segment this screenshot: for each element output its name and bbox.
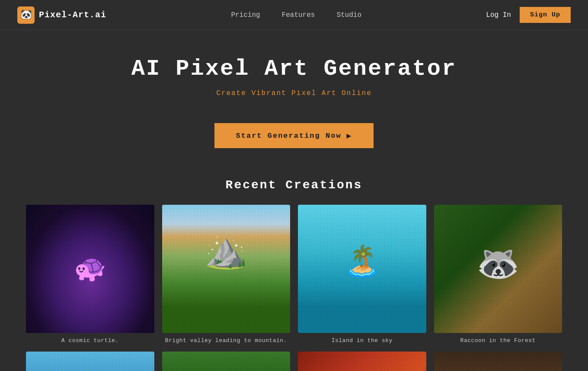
gallery-image-astronaut — [298, 352, 426, 371]
pixel-art-valley — [162, 205, 291, 333]
pixel-art-archway — [434, 352, 562, 371]
nav-links: Pricing Features Studio — [231, 11, 361, 19]
recent-creations-section: Recent Creations A cosmic turtle. Bright… — [0, 165, 588, 371]
gallery-caption-island: Island in the sky — [332, 337, 393, 344]
gallery-image-island — [298, 205, 426, 333]
gallery-image-valley — [162, 205, 291, 333]
gallery-grid: A cosmic turtle. Bright valley leading t… — [26, 205, 562, 371]
gallery-image-beach — [26, 352, 154, 371]
pixel-art-astronaut — [298, 352, 426, 371]
pixel-overlay — [298, 205, 426, 333]
logo-icon: 🐼 — [17, 6, 35, 24]
nav-link-pricing[interactable]: Pricing — [231, 11, 260, 19]
cta-arrow-icon: ▶ — [347, 131, 352, 140]
pixel-overlay — [434, 205, 562, 333]
gallery-item-cosmic-turtle[interactable]: A cosmic turtle. — [26, 205, 154, 344]
pixel-overlay — [26, 205, 154, 333]
gallery-image-raccoon — [434, 205, 562, 333]
gallery-item-island[interactable]: Island in the sky — [298, 205, 426, 344]
gallery-item-valley[interactable]: Bright valley leading to mountain. — [162, 205, 291, 344]
pixel-art-island — [298, 205, 426, 333]
gallery-image-archway — [434, 352, 562, 371]
nav-link-studio[interactable]: Studio — [336, 11, 361, 19]
pixel-art-temple — [162, 352, 291, 371]
hero-section: AI Pixel Art Generator Create Vibrant Pi… — [0, 30, 588, 165]
pixel-overlay — [162, 352, 291, 371]
pixel-overlay — [298, 352, 426, 371]
signup-button[interactable]: Sign Up — [520, 7, 571, 23]
pixel-overlay — [162, 205, 291, 333]
cta-button[interactable]: Start Generating Now ▶ — [214, 123, 374, 148]
hero-subtitle: Create Vibrant Pixel Art Online — [216, 89, 372, 97]
login-button[interactable]: Log In — [486, 11, 511, 19]
nav-auth: Log In Sign Up — [486, 7, 571, 23]
gallery-item-raccoon[interactable]: Raccoon in the Forest — [434, 205, 562, 344]
pixel-art-beach — [26, 352, 154, 371]
navbar: 🐼 Pixel-Art.ai Pricing Features Studio L… — [0, 0, 588, 30]
logo[interactable]: 🐼 Pixel-Art.ai — [17, 6, 106, 24]
gallery-image-cosmic-turtle — [26, 205, 154, 333]
pixel-art-raccoon — [434, 205, 562, 333]
gallery-image-temple — [162, 352, 291, 371]
gallery-item-temple[interactable]: Ancient temple in jungle — [162, 352, 291, 371]
logo-text: Pixel-Art.ai — [39, 10, 106, 20]
nav-link-features[interactable]: Features — [282, 11, 315, 19]
gallery-item-beach[interactable]: Tropical beach paradise — [26, 352, 154, 371]
pixel-art-cosmic — [26, 205, 154, 333]
gallery-caption-cosmic-turtle: A cosmic turtle. — [61, 337, 119, 344]
pixel-overlay — [434, 352, 562, 371]
gallery-item-archway[interactable]: Stone archway corridor — [434, 352, 562, 371]
gallery-caption-valley: Bright valley leading to mountain. — [165, 337, 287, 344]
hero-title: AI Pixel Art Generator — [131, 56, 457, 82]
pixel-overlay — [26, 352, 154, 371]
gallery-item-astronaut[interactable]: Astronaut on mars — [298, 352, 426, 371]
section-title: Recent Creations — [26, 178, 562, 192]
gallery-caption-raccoon: Raccoon in the Forest — [460, 337, 536, 344]
cta-label: Start Generating Now — [236, 132, 342, 140]
